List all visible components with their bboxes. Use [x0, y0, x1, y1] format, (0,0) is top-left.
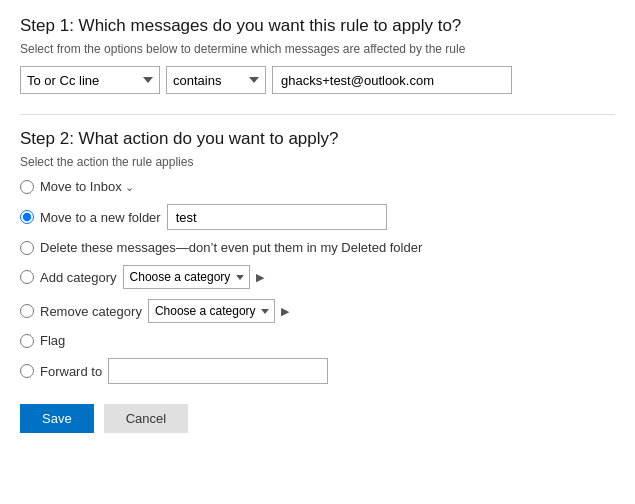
step2-subtext: Select the action the rule applies	[20, 155, 615, 169]
step1-heading: Step 1: Which messages do you want this …	[20, 16, 615, 36]
condition-select[interactable]: contains doesn't contain is isn't	[166, 66, 266, 94]
option-remove-category: Remove category Choose a category ▶	[20, 299, 615, 323]
remove-category-select[interactable]: Choose a category	[148, 299, 275, 323]
option-move-inbox: Move to Inbox ⌄	[20, 179, 615, 194]
button-row: Save Cancel	[20, 404, 615, 433]
option-move-folder: Move to a new folder	[20, 204, 615, 230]
field-select[interactable]: To or Cc line From Subject To Cc Body	[20, 66, 160, 94]
label-flag[interactable]: Flag	[40, 333, 65, 348]
add-category-chevron: ▶	[256, 271, 264, 284]
chevron-icon: ⌄	[125, 181, 134, 193]
email-input[interactable]	[272, 66, 512, 94]
option-add-category: Add category Choose a category ▶	[20, 265, 615, 289]
filter-row: To or Cc line From Subject To Cc Body co…	[20, 66, 615, 94]
save-button[interactable]: Save	[20, 404, 94, 433]
label-move-inbox[interactable]: Move to Inbox ⌄	[40, 179, 134, 194]
section-divider	[20, 114, 615, 115]
add-category-select[interactable]: Choose a category	[123, 265, 250, 289]
remove-category-chevron: ▶	[281, 305, 289, 318]
radio-remove-category[interactable]	[20, 304, 34, 318]
label-remove-category[interactable]: Remove category	[40, 304, 142, 319]
option-delete: Delete these messages—don’t even put the…	[20, 240, 615, 255]
step1-subtext: Select from the options below to determi…	[20, 42, 615, 56]
label-forward[interactable]: Forward to	[40, 364, 102, 379]
label-delete[interactable]: Delete these messages—don’t even put the…	[40, 240, 422, 255]
radio-move-folder[interactable]	[20, 210, 34, 224]
radio-forward[interactable]	[20, 364, 34, 378]
radio-move-inbox[interactable]	[20, 180, 34, 194]
option-forward: Forward to	[20, 358, 615, 384]
radio-flag[interactable]	[20, 334, 34, 348]
radio-add-category[interactable]	[20, 270, 34, 284]
label-move-folder[interactable]: Move to a new folder	[40, 210, 161, 225]
folder-name-input[interactable]	[167, 204, 387, 230]
step2-heading: Step 2: What action do you want to apply…	[20, 129, 615, 149]
option-flag: Flag	[20, 333, 615, 348]
cancel-button[interactable]: Cancel	[104, 404, 188, 433]
radio-delete[interactable]	[20, 241, 34, 255]
forward-to-input[interactable]	[108, 358, 328, 384]
label-add-category[interactable]: Add category	[40, 270, 117, 285]
